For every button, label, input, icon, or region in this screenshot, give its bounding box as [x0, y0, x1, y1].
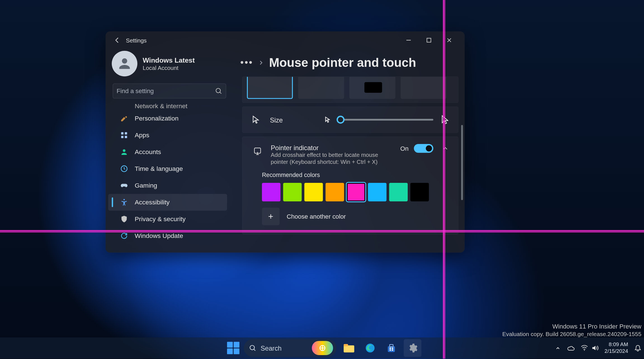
- scrollbar[interactable]: [461, 125, 463, 200]
- pointer-style-custom[interactable]: [401, 76, 447, 99]
- crosshair-v: [444, 0, 445, 359]
- crosshair-h: [0, 230, 644, 231]
- svg-rect-3: [125, 132, 127, 134]
- search-label: Search: [261, 344, 282, 352]
- title-bar: Settings: [106, 31, 465, 49]
- svg-point-6: [123, 149, 125, 152]
- onedrive-icon[interactable]: [567, 345, 574, 351]
- sidebar-item-personalization[interactable]: Personalization: [108, 110, 227, 127]
- page-title: Mouse pointer and touch: [269, 56, 416, 70]
- indicator-desc: Add crosshair effect to better locate mo…: [271, 152, 392, 166]
- search-icon: [249, 344, 256, 351]
- nav-label: Gaming: [135, 182, 157, 189]
- color-swatch[interactable]: [304, 183, 323, 201]
- svg-rect-0: [427, 38, 431, 42]
- copilot-pill[interactable]: [312, 341, 333, 355]
- quick-settings[interactable]: [581, 345, 598, 351]
- nav-label: Time & language: [135, 165, 183, 172]
- nav-list: Network & internet Personalization Apps: [108, 102, 227, 244]
- svg-point-8: [123, 199, 125, 200]
- close-button[interactable]: [439, 33, 459, 47]
- nav-label: Accessibility: [135, 199, 170, 206]
- choose-color-label: Choose another color: [287, 213, 346, 220]
- pointer-style-inverted[interactable]: [349, 76, 395, 99]
- color-swatch[interactable]: [325, 183, 344, 201]
- svg-rect-17: [390, 348, 391, 349]
- avatar: [112, 51, 138, 77]
- account-name: Windows Latest: [143, 56, 195, 64]
- pointer-style-white[interactable]: [247, 76, 293, 99]
- start-button[interactable]: [223, 339, 240, 357]
- explorer-app[interactable]: [340, 339, 358, 357]
- svg-rect-5: [125, 136, 127, 138]
- back-button[interactable]: [111, 34, 123, 46]
- svg-point-21: [584, 350, 585, 351]
- sidebar-item-accounts[interactable]: Accounts: [108, 143, 227, 160]
- svg-rect-20: [392, 349, 393, 351]
- size-slider[interactable]: [325, 115, 448, 125]
- pointer-indicator-card: Pointer indicator Add crosshair effect t…: [242, 136, 459, 235]
- apps-icon: [120, 131, 129, 140]
- taskbar: Search 8:09 AM 2/15/202: [0, 337, 644, 359]
- slider-thumb[interactable]: [337, 116, 345, 124]
- cursor-icon: [252, 115, 259, 124]
- taskbar-search[interactable]: Search: [244, 339, 337, 357]
- chevron-right-icon: [258, 60, 264, 65]
- svg-rect-12: [344, 345, 354, 352]
- tray-expand-icon[interactable]: [555, 345, 560, 351]
- store-app[interactable]: [383, 339, 400, 357]
- sidebar-search[interactable]: [113, 84, 226, 99]
- svg-rect-19: [390, 349, 391, 351]
- clock[interactable]: 8:09 AM 2/15/2024: [605, 341, 628, 355]
- sidebar-item-accessibility[interactable]: Accessibility: [108, 194, 227, 211]
- system-tray: 8:09 AM 2/15/2024: [555, 337, 641, 359]
- svg-rect-2: [121, 132, 123, 134]
- nav-label: Privacy & security: [135, 216, 186, 223]
- svg-rect-15: [388, 346, 395, 352]
- color-swatch[interactable]: [368, 183, 386, 201]
- search-icon: [215, 88, 222, 95]
- edge-app[interactable]: [361, 339, 379, 357]
- personalization-icon: [120, 114, 129, 123]
- color-swatch[interactable]: [347, 183, 365, 201]
- sidebar-item-gaming[interactable]: Gaming: [108, 177, 227, 194]
- slider-track[interactable]: [338, 119, 433, 121]
- small-cursor-icon: [325, 116, 330, 123]
- sidebar-item-privacy[interactable]: Privacy & security: [108, 211, 227, 227]
- notification-icon[interactable]: [634, 344, 641, 351]
- settings-app[interactable]: [404, 339, 421, 357]
- minimize-button[interactable]: [398, 33, 419, 47]
- gaming-icon: [120, 181, 129, 190]
- color-swatch[interactable]: [262, 183, 280, 201]
- colors-header: Recommended colors: [262, 172, 439, 178]
- color-swatch[interactable]: [410, 183, 429, 201]
- time-icon: [120, 164, 129, 173]
- search-input[interactable]: [117, 88, 215, 95]
- sidebar-item-apps[interactable]: Apps: [108, 127, 227, 143]
- nav-label: Personalization: [135, 115, 179, 122]
- accounts-icon: [120, 148, 129, 157]
- nav-label: Apps: [135, 132, 149, 139]
- update-icon: [120, 232, 129, 240]
- svg-rect-13: [344, 344, 348, 346]
- sidebar-item-time[interactable]: Time & language: [108, 160, 227, 177]
- sidebar: Windows Latest Local Account Network & i…: [106, 49, 232, 252]
- account-type: Local Account: [143, 64, 195, 71]
- color-swatch[interactable]: [389, 183, 408, 201]
- svg-point-10: [250, 345, 254, 350]
- maximize-button[interactable]: [419, 33, 439, 47]
- breadcrumb-ellipsis[interactable]: •••: [240, 57, 253, 69]
- size-label: Size: [270, 116, 314, 124]
- sidebar-item-network[interactable]: Network & internet: [108, 102, 227, 110]
- svg-point-1: [216, 88, 220, 93]
- indicator-toggle[interactable]: [414, 144, 433, 153]
- settings-window: Settings Windows Latest Local Account: [106, 31, 465, 252]
- choose-color-button[interactable]: + Choose another color: [262, 201, 439, 225]
- color-swatch[interactable]: [283, 183, 302, 201]
- pointer-style-black[interactable]: [298, 76, 344, 99]
- indicator-title: Pointer indicator: [271, 144, 392, 152]
- indicator-icon: [252, 146, 263, 156]
- app-name: Settings: [126, 37, 147, 44]
- nav-label: Network & internet: [135, 102, 187, 109]
- account-card[interactable]: Windows Latest Local Account: [108, 51, 227, 80]
